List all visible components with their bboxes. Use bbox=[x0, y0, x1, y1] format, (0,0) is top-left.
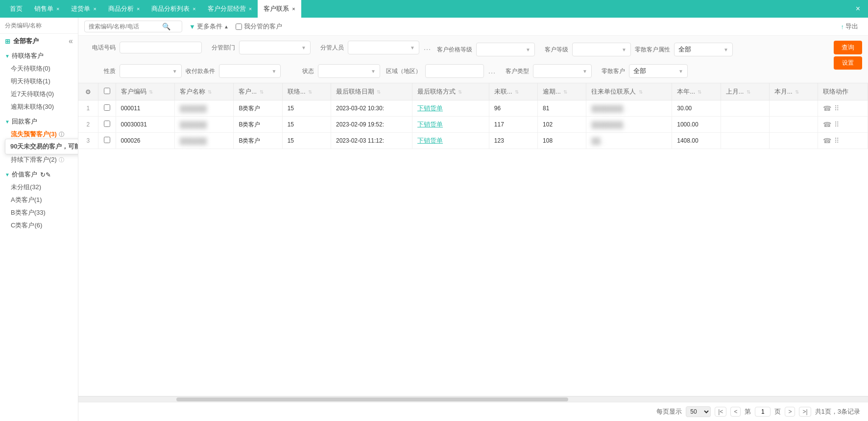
th-settings[interactable]: ⚙ bbox=[78, 83, 98, 100]
cell-overdue-3: 108 bbox=[538, 133, 586, 149]
search-icon[interactable]: 🔍 bbox=[162, 23, 170, 30]
cell-check-3[interactable] bbox=[98, 133, 116, 149]
th-contact-count[interactable]: 联络... ⇅ bbox=[282, 83, 331, 100]
sidebar-item-overdue-pending[interactable]: 逾期未联络(30) bbox=[0, 100, 78, 113]
sidebar-item-7days-pending[interactable]: 近7天待联络(0) bbox=[0, 88, 78, 100]
sidebar-collapse-icon[interactable]: « bbox=[69, 37, 73, 46]
more-action-icon-3[interactable]: ⠿ bbox=[834, 137, 839, 145]
th-overdue[interactable]: 逾期... ⇅ bbox=[538, 83, 586, 100]
horizontal-scrollbar[interactable] bbox=[78, 396, 868, 402]
filter-icon: ▼ bbox=[189, 23, 195, 30]
sidebar-search-input[interactable] bbox=[5, 22, 78, 29]
nav-tab-analysis-list-close[interactable]: × bbox=[193, 6, 195, 12]
sidebar-item-churn-warning[interactable]: 流失预警客户(3) ⓘ 90天未交易的客户，可能有流失风险。 bbox=[0, 128, 78, 141]
query-button[interactable]: 查询 bbox=[834, 41, 862, 54]
nav-tab-home[interactable]: 首页 bbox=[4, 0, 28, 18]
nav-tab-analysis-list[interactable]: 商品分析列表 × bbox=[145, 0, 201, 18]
nav-tab-customer-tier[interactable]: 客户分层经营 × bbox=[202, 0, 258, 18]
nav-tab-customer-contact-close[interactable]: × bbox=[292, 6, 295, 12]
sidebar-item-tomorrow-pending[interactable]: 明天待联络(1) bbox=[0, 75, 78, 88]
last-way-link-1[interactable]: 下销货单 bbox=[417, 104, 443, 112]
sidebar-item-class-c[interactable]: C类客户(6) bbox=[0, 219, 78, 232]
search-input[interactable] bbox=[89, 23, 162, 30]
nav-tab-purchase[interactable]: 进货单 × bbox=[65, 0, 102, 18]
last-way-link-2[interactable]: 下销货单 bbox=[417, 121, 443, 128]
table-header-row: ⚙ 客户编码 ⇅ 客户名称 ⇅ bbox=[78, 83, 868, 100]
filter-region-more[interactable]: … bbox=[488, 67, 496, 75]
sidebar-group-pending-title[interactable]: ▼ 待联络客户 bbox=[0, 50, 78, 62]
cell-this-year-3: 1408.00 bbox=[672, 133, 721, 149]
filter-customerlevel-select[interactable]: ▼ bbox=[572, 43, 631, 56]
prev-page-button[interactable]: < bbox=[730, 407, 741, 417]
select-all-checkbox[interactable] bbox=[104, 88, 110, 94]
nav-tab-customer-tier-close[interactable]: × bbox=[249, 6, 252, 12]
nav-close-all-button[interactable]: × bbox=[852, 4, 864, 13]
more-action-icon-1[interactable]: ⠿ bbox=[834, 104, 839, 112]
page-input[interactable] bbox=[755, 407, 771, 417]
sidebar-item-class-a[interactable]: A类客户(1) bbox=[0, 194, 78, 206]
filter-pricelevel-select[interactable]: ▼ bbox=[476, 43, 535, 56]
export-button[interactable]: ↑ 导出 bbox=[837, 21, 863, 32]
next-page-button[interactable]: > bbox=[785, 407, 795, 417]
filter-person-select[interactable]: ▼ bbox=[348, 41, 419, 54]
th-name[interactable]: 客户名称 ⇅ bbox=[174, 83, 233, 100]
table-settings-gear-icon[interactable]: ⚙ bbox=[85, 88, 91, 96]
sidebar-item-ungroup[interactable]: 未分组(32) bbox=[0, 181, 78, 194]
filter-person-more[interactable]: … bbox=[423, 43, 431, 52]
nav-tab-sales-close[interactable]: × bbox=[56, 6, 59, 12]
th-checkbox[interactable] bbox=[98, 83, 116, 100]
filter-payment-select[interactable]: ▼ bbox=[219, 64, 281, 78]
contact-action-icon-1[interactable]: ☎ bbox=[823, 104, 831, 112]
more-conditions-button[interactable]: ▼ 更多条件 ▲ bbox=[186, 21, 232, 32]
sidebar-item-class-b[interactable]: B类客户(33) bbox=[0, 206, 78, 219]
sidebar-item-today-pending[interactable]: 今天待联络(0) bbox=[0, 62, 78, 75]
filter-customertype-select[interactable]: ▼ bbox=[533, 64, 592, 78]
my-customers-checkbox-label[interactable]: 我分管的客户 bbox=[236, 22, 282, 31]
cell-check-1[interactable] bbox=[98, 100, 116, 117]
nav-tab-analysis[interactable]: 商品分析 × bbox=[102, 0, 145, 18]
value-edit-icon[interactable]: ✎ bbox=[46, 171, 51, 178]
contact-action-icon-3[interactable]: ☎ bbox=[823, 137, 831, 145]
th-type[interactable]: 客户... ⇅ bbox=[234, 83, 282, 100]
customer-table: ⚙ 客户编码 ⇅ 客户名称 ⇅ bbox=[78, 83, 868, 149]
th-last-date[interactable]: 最后联络日期 ⇅ bbox=[331, 83, 412, 100]
sidebar-root-header[interactable]: ⊞ 全部客户 « bbox=[0, 34, 78, 49]
th-last-month[interactable]: 上月... ⇅ bbox=[721, 83, 769, 100]
per-page-select[interactable]: 50 20 100 bbox=[686, 406, 711, 417]
th-unlink[interactable]: 未联... ⇅ bbox=[489, 83, 537, 100]
nav-tab-sales[interactable]: 销售单 × bbox=[28, 0, 65, 18]
filter-retail-attr-select[interactable]: 全部 ▼ bbox=[674, 43, 733, 56]
nav-tab-purchase-close[interactable]: × bbox=[93, 6, 96, 12]
first-page-button[interactable]: |< bbox=[715, 407, 726, 417]
nav-tab-analysis-close[interactable]: × bbox=[137, 6, 140, 12]
unlink-sort-icon: ⇅ bbox=[515, 89, 519, 95]
filter-region-select[interactable] bbox=[425, 64, 484, 78]
sidebar-item-declining[interactable]: 持续下滑客户(2) ⓘ bbox=[0, 153, 78, 166]
row-checkbox-1[interactable] bbox=[104, 104, 110, 111]
last-page-button[interactable]: >| bbox=[799, 407, 811, 417]
filter-status-select[interactable]: ▼ bbox=[318, 64, 380, 78]
value-refresh-icon[interactable]: ↻ bbox=[40, 171, 46, 178]
filter-phone-input[interactable] bbox=[120, 42, 202, 53]
row-checkbox-2[interactable] bbox=[104, 121, 110, 127]
more-action-icon-2[interactable]: ⠿ bbox=[834, 121, 839, 128]
filter-retail-select[interactable]: 全部 ▼ bbox=[629, 64, 688, 78]
last-way-link-3[interactable]: 下销货单 bbox=[417, 137, 443, 144]
settings-button[interactable]: 设置 bbox=[834, 56, 862, 70]
row-checkbox-3[interactable] bbox=[104, 137, 110, 143]
th-last-way[interactable]: 最后联络方式 ⇅ bbox=[412, 83, 489, 100]
th-code[interactable]: 客户编码 ⇅ bbox=[116, 83, 174, 100]
th-this-year[interactable]: 本年... ⇅ bbox=[672, 83, 721, 100]
th-contacts-person[interactable]: 往来单位联系人 ⇅ bbox=[586, 83, 672, 100]
scrollbar-thumb[interactable] bbox=[176, 397, 568, 401]
filter-dept-select[interactable]: ▼ bbox=[239, 41, 311, 54]
my-customers-checkbox[interactable] bbox=[236, 24, 242, 30]
nav-tab-customer-contact[interactable]: 客户联系 × bbox=[258, 0, 301, 18]
sidebar-group-value-title[interactable]: ▼ 价值客户 ↻ ✎ bbox=[0, 168, 78, 181]
filter-nature-select[interactable]: ▼ bbox=[120, 64, 182, 78]
cell-check-2[interactable] bbox=[98, 117, 116, 133]
contact-action-icon-2[interactable]: ☎ bbox=[823, 121, 831, 128]
th-this-month[interactable]: 本月... ⇅ bbox=[769, 83, 818, 100]
filter-retail-label: 零散客户 bbox=[596, 67, 625, 75]
sidebar-group-churn-title[interactable]: ▼ 回款客户 bbox=[0, 115, 78, 128]
